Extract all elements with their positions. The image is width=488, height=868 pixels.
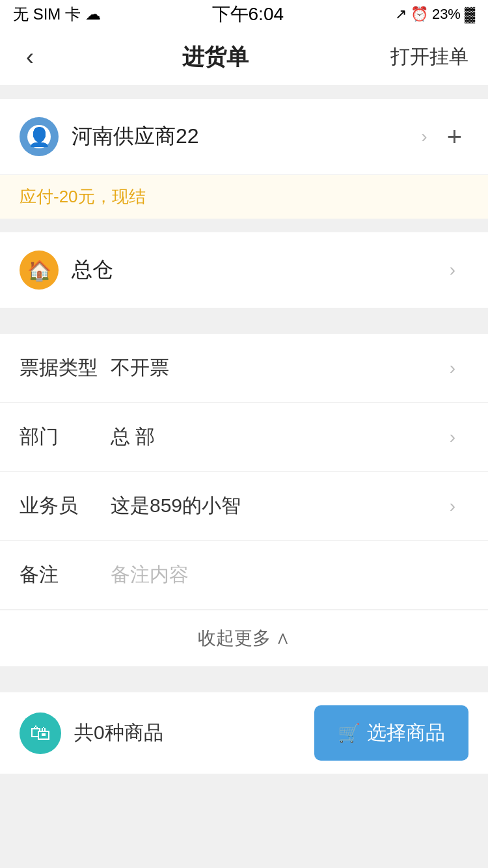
back-button[interactable]: ‹ bbox=[20, 37, 40, 77]
notice-text: 应付-20元，现结 bbox=[20, 187, 146, 206]
gap-3 bbox=[0, 308, 488, 321]
invoice-type-chevron: › bbox=[450, 358, 455, 379]
invoice-type-value: 不开票 bbox=[111, 355, 450, 381]
invoice-type-row[interactable]: 票据类型 不开票 › bbox=[0, 334, 488, 403]
warehouse-name: 总仓 bbox=[72, 256, 450, 284]
department-row[interactable]: 部门 总 部 › bbox=[0, 403, 488, 472]
department-label: 部门 bbox=[20, 424, 111, 450]
bottom-bar: 🛍 共0种商品 🛒 选择商品 bbox=[0, 692, 488, 774]
warehouse-row[interactable]: 🏠 总仓 › bbox=[0, 232, 488, 308]
supplier-row[interactable]: 👤 河南供应商22 › + bbox=[0, 99, 488, 175]
salesrep-row[interactable]: 业务员 这是859的小智 › bbox=[0, 472, 488, 541]
person-icon: 👤 bbox=[28, 126, 51, 148]
supplier-chevron: › bbox=[421, 126, 427, 147]
location-icon: ↗ bbox=[395, 6, 407, 23]
gap-4 bbox=[0, 666, 488, 679]
gap-1 bbox=[0, 86, 488, 99]
status-right: ↗ ⏰ 23% ▓ bbox=[395, 6, 475, 23]
page-container: 无 SIM 卡 ☁ 下午6:04 ↗ ⏰ 23% ▓ ‹ 进货单 打开挂单 👤 … bbox=[0, 0, 488, 868]
add-supplier-button[interactable]: + bbox=[441, 122, 468, 152]
gap-2 bbox=[0, 219, 488, 232]
avatar-inner: 👤 bbox=[27, 125, 51, 148]
warehouse-chevron: › bbox=[450, 260, 455, 280]
form-section: 票据类型 不开票 › 部门 总 部 › 业务员 这是859的小智 › 备注 备注… bbox=[0, 334, 488, 666]
select-product-button[interactable]: 🛒 选择商品 bbox=[314, 705, 468, 761]
supplier-card: 👤 河南供应商22 › + 应付-20元，现结 bbox=[0, 99, 488, 219]
status-left: 无 SIM 卡 ☁ bbox=[13, 4, 101, 25]
remark-row[interactable]: 备注 备注内容 bbox=[0, 541, 488, 610]
product-count: 共0种商品 bbox=[74, 720, 314, 746]
sim-status: 无 SIM 卡 ☁ bbox=[13, 4, 101, 25]
remark-value: 备注内容 bbox=[111, 562, 468, 588]
collapse-text: 收起更多 ∧ bbox=[198, 626, 291, 651]
supplier-name: 河南供应商22 bbox=[72, 122, 421, 151]
alarm-icon: ⏰ bbox=[411, 6, 428, 23]
page-title: 进货单 bbox=[182, 42, 249, 72]
product-icon: 🛍 bbox=[30, 721, 51, 745]
salesrep-chevron: › bbox=[450, 496, 455, 517]
invoice-type-label: 票据类型 bbox=[20, 355, 111, 381]
warehouse-icon-wrap: 🏠 bbox=[20, 251, 59, 290]
status-time: 下午6:04 bbox=[212, 2, 284, 27]
battery-level: 23% bbox=[432, 6, 461, 23]
nav-bar: ‹ 进货单 打开挂单 bbox=[0, 29, 488, 86]
salesrep-value: 这是859的小智 bbox=[111, 493, 450, 519]
notice-banner: 应付-20元，现结 bbox=[0, 175, 488, 219]
select-product-icon: 🛒 bbox=[338, 722, 360, 744]
salesrep-label: 业务员 bbox=[20, 493, 111, 519]
supplier-avatar: 👤 bbox=[20, 117, 59, 156]
warehouse-card: 🏠 总仓 › bbox=[0, 232, 488, 308]
remark-label: 备注 bbox=[20, 562, 111, 588]
department-value: 总 部 bbox=[111, 424, 450, 450]
open-pending-button[interactable]: 打开挂单 bbox=[390, 44, 468, 70]
battery-icon: ▓ bbox=[465, 6, 475, 23]
warehouse-icon: 🏠 bbox=[27, 259, 51, 282]
status-bar: 无 SIM 卡 ☁ 下午6:04 ↗ ⏰ 23% ▓ bbox=[0, 0, 488, 29]
select-product-label: 选择商品 bbox=[367, 720, 445, 746]
department-chevron: › bbox=[450, 427, 455, 448]
collapse-row[interactable]: 收起更多 ∧ bbox=[0, 610, 488, 666]
product-icon-wrap: 🛍 bbox=[20, 712, 61, 754]
